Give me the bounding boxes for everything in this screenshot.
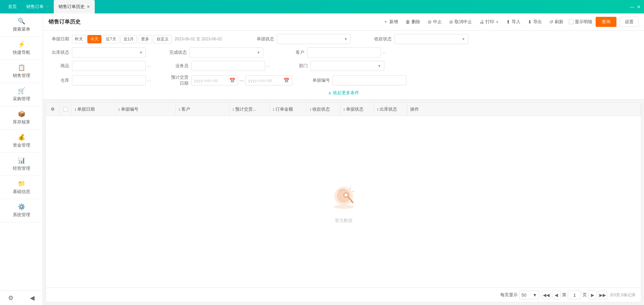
toolbar-export-btn[interactable]: ⬇ 导出 <box>526 17 544 26</box>
tab-home-label: 首页 <box>8 4 17 10</box>
date-btn-today[interactable]: 今天 <box>87 35 101 43</box>
warehouse-ellipsis-btn[interactable]: ··· <box>147 78 151 83</box>
first-page-icon: ◀◀ <box>543 293 550 298</box>
collapse-row[interactable]: ∧ 收起更多条件 <box>48 90 639 96</box>
purchase-mgmt-icon: 🛒 <box>18 87 25 94</box>
complete-status-select[interactable]: ▼ <box>189 47 263 58</box>
tab-home[interactable]: 首页 <box>3 0 22 13</box>
inventory-icon: 📦 <box>18 110 25 118</box>
toolbar-stop-label: 中止 <box>433 19 442 25</box>
header-checkbox[interactable] <box>63 107 68 112</box>
filter-row-3: 商品 ··· 业务员 ··· 部门 ▼ <box>48 61 639 71</box>
sidebar-bottom: ⚙ ◀ <box>0 291 43 305</box>
filter-area: 单据日期 昨天 今天 近7天 近1月 更多 自定义 2023-06-02 至 2… <box>43 31 644 100</box>
th-no[interactable]: ↕ 单据编号 <box>115 103 176 116</box>
tab-sales-order[interactable]: 销售订单 ✕ <box>22 0 54 13</box>
dept-select[interactable]: ▼ <box>310 61 384 71</box>
th-outbound-text: 出库状态 <box>380 106 397 112</box>
page-size-select[interactable]: 50 ▼ <box>519 291 539 299</box>
dept-label: 部门 <box>287 63 310 69</box>
window-close-btn[interactable]: ✕ <box>637 4 641 9</box>
sidebar-item-sys-mgmt[interactable]: ⚙️ 系统管理 <box>0 199 43 222</box>
page-number-input[interactable] <box>568 291 581 299</box>
tab-sales-history-close[interactable]: ✕ <box>87 4 90 9</box>
payment-status-select[interactable]: ▼ <box>394 34 468 44</box>
per-page-label: 每页显示 <box>500 292 518 298</box>
page-size-value: 50 <box>521 293 526 298</box>
delete-icon: 🗑 <box>405 19 410 25</box>
sidebar-item-finance[interactable]: 💰 资金管理 <box>0 129 43 153</box>
toolbar-import-btn[interactable]: ⬆ 导入 <box>504 17 522 26</box>
th-checkbox[interactable] <box>59 103 72 116</box>
sidebar-item-basic-info-label: 基础信息 <box>13 189 30 195</box>
th-customer-text: 客户 <box>181 106 190 112</box>
product-ellipsis-btn[interactable]: ··· <box>147 64 151 69</box>
toolbar-refresh-btn[interactable]: ↺ 刷新 <box>547 17 565 26</box>
date-btn-more[interactable]: 更多 <box>138 35 152 43</box>
window-minimize-btn[interactable]: — <box>630 4 634 9</box>
tab-sales-history-label: 销售订单历史 <box>58 4 85 10</box>
th-payment[interactable]: ↕ 收款状态 <box>307 103 340 116</box>
next-page-btn[interactable]: ▶ <box>588 291 597 299</box>
th-outbound[interactable]: ↕ 出库状态 <box>374 103 407 116</box>
sidebar-item-quick-nav[interactable]: ⚡ 快捷导航 <box>0 37 43 60</box>
stop-icon: ⊘ <box>428 19 432 25</box>
date-btn-7days[interactable]: 近7天 <box>103 35 119 43</box>
th-amount[interactable]: ↕ 订单金额 <box>270 103 307 116</box>
th-delivery[interactable]: ↕ 预计交货... <box>229 103 270 116</box>
th-date-label: ↕ <box>74 107 77 112</box>
toolbar-cancel-stop-btn[interactable]: ⊘ 取消中止 <box>447 17 474 26</box>
th-no-text: 单据编号 <box>121 106 138 112</box>
toolbar-print-btn[interactable]: 🖨 打印 ▼ <box>477 17 501 26</box>
salesperson-ellipsis-btn[interactable]: ··· <box>266 64 270 69</box>
setting-button[interactable]: 设置 <box>620 17 639 27</box>
query-button[interactable]: 查询 <box>596 17 616 27</box>
display-detail-label: 显示明细 <box>575 19 592 25</box>
th-amount-sort-icon: ↕ <box>272 107 275 112</box>
filter-row-2: 出库状态 ▼ 完成状态 ▼ 客户 ··· <box>48 47 639 58</box>
order-no-input[interactable] <box>333 75 406 85</box>
th-order-status[interactable]: ↕ 单据状态 <box>340 103 374 116</box>
th-customer[interactable]: ↕ 客户 <box>176 103 229 116</box>
warehouse-input[interactable] <box>72 75 146 85</box>
main-layout: 🔍 搜索菜单 ⚡ 快捷导航 📋 销售管理 🛒 采购管理 📦 库存核算 💰 资金管… <box>0 13 644 305</box>
complete-chevron-icon: ▼ <box>257 50 260 54</box>
th-settings[interactable]: ⚙ <box>46 103 59 116</box>
sidebar-item-inventory[interactable]: 📦 库存核算 <box>0 106 43 129</box>
salesperson-input[interactable] <box>191 61 265 71</box>
outbound-chevron-icon: ▼ <box>139 50 143 54</box>
first-page-btn[interactable]: ◀◀ <box>542 291 551 299</box>
date-btn-yesterday[interactable]: 昨天 <box>72 35 86 43</box>
th-payment-text: 收款状态 <box>312 106 330 112</box>
toolbar-stop-btn[interactable]: ⊘ 中止 <box>426 17 444 26</box>
status-label: 单据状态 <box>253 36 277 42</box>
toolbar-delete-btn[interactable]: 🗑 删除 <box>403 17 422 26</box>
toolbar-new-btn[interactable]: ＋ 新增 <box>381 17 400 26</box>
customer-input[interactable] <box>307 47 381 58</box>
search-menu-icon: 🔍 <box>18 17 25 25</box>
tab-sales-history[interactable]: 销售订单历史 ✕ <box>54 0 95 13</box>
sidebar-item-search-menu[interactable]: 🔍 搜索菜单 <box>0 13 43 37</box>
sidebar-collapse-icon[interactable]: ◀ <box>30 294 35 302</box>
sidebar-item-basic-info[interactable]: 📁 基础信息 <box>0 176 43 199</box>
product-input[interactable] <box>72 61 146 71</box>
sidebar-item-sales-mgmt[interactable]: 📋 销售管理 <box>0 60 43 83</box>
sidebar-item-purchase-mgmt[interactable]: 🛒 采购管理 <box>0 83 43 106</box>
date-btn-custom[interactable]: 自定义 <box>154 35 172 43</box>
status-select[interactable]: ▼ <box>277 34 351 44</box>
th-date[interactable]: ↕ 单据日期 <box>72 103 115 116</box>
delivery-end-input[interactable]: yyyy-mm-dd 📅 <box>245 75 292 85</box>
outbound-status-select[interactable]: ▼ <box>72 47 146 58</box>
delivery-start-input[interactable]: yyyy-mm-dd 📅 <box>191 75 238 85</box>
new-icon: ＋ <box>383 19 388 25</box>
basic-info-icon: 📁 <box>18 180 25 187</box>
empty-illustration <box>327 180 360 214</box>
date-btn-1month[interactable]: 近1月 <box>121 35 137 43</box>
prev-page-btn[interactable]: ◀ <box>552 291 561 299</box>
tab-sales-order-close[interactable]: ✕ <box>46 4 49 9</box>
last-page-btn[interactable]: ▶▶ <box>598 291 607 299</box>
sidebar-settings-icon[interactable]: ⚙ <box>8 294 13 302</box>
display-detail-checkbox[interactable] <box>569 20 573 24</box>
sidebar-item-operations[interactable]: 📊 经营管理 <box>0 153 43 176</box>
customer-ellipsis-btn[interactable]: ··· <box>382 50 386 55</box>
